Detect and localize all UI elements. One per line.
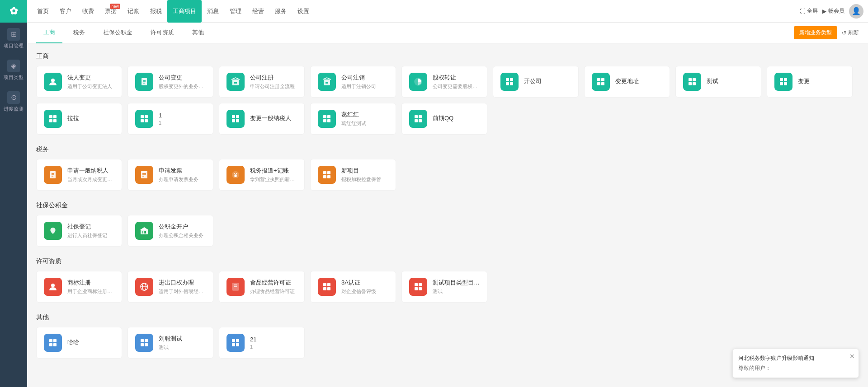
service-card-sw4[interactable]: 新项目报税加税控盘保管 [310, 159, 396, 191]
nav-invoice[interactable]: 票据 new [99, 0, 122, 23]
service-card-xk2[interactable]: 进出口权办理适用于对外贸易经营者 [127, 271, 213, 303]
service-card-gs4[interactable]: 公司注销适用于注销公司 [310, 66, 396, 98]
fullscreen-btn[interactable]: ⛶ 全屏 [800, 7, 818, 15]
tab-shuiwu[interactable]: 税务 [66, 23, 92, 43]
service-card-gs2[interactable]: 公司变更股权变更外的业务变更 [127, 66, 213, 98]
card-title-sw2: 申请发票 [159, 167, 206, 175]
service-card-xk4[interactable]: 3A认证对企业信誉评级 [310, 271, 396, 303]
service-card-xk3[interactable]: 食品经营许可证办理食品经营许可证 [219, 271, 305, 303]
service-card-sw3[interactable]: ¥税务报道+记账拿到营业执照的新公司 [219, 159, 305, 191]
tab-other[interactable]: 其他 [185, 23, 211, 43]
svg-rect-80 [419, 287, 422, 290]
svg-rect-15 [510, 82, 513, 85]
card-text-ot2: 刘聪测试测试 [159, 335, 206, 351]
card-title-gs2: 公司变更 [159, 74, 206, 82]
card-text-gs6: 开公司 [524, 77, 571, 87]
card-desc-gs1: 适用于公司变更法人 [67, 83, 114, 90]
service-card-ot2[interactable]: 刘聪测试测试 [127, 327, 213, 359]
section-title-xuke-section: 许可资质 [36, 257, 859, 266]
nav-billing[interactable]: 收费 [77, 0, 99, 23]
notification-body: 尊敬的用户： [738, 364, 853, 372]
card-desc-xk1: 用于企业商标注册服务 [67, 288, 114, 295]
svg-text:¥: ¥ [234, 172, 237, 178]
card-title-ot3: 21 [250, 336, 297, 343]
tab-shebao[interactable]: 社保公积金 [96, 23, 140, 43]
svg-rect-84 [53, 343, 57, 346]
card-text-gs8: 测试 [707, 77, 754, 87]
svg-rect-87 [141, 343, 144, 346]
nav-operation[interactable]: 经营 [247, 0, 269, 23]
svg-rect-22 [689, 82, 692, 85]
service-card-ot1[interactable]: 哈哈 [36, 327, 122, 359]
card-desc-sw2: 办理申请发票业务 [159, 176, 206, 183]
service-card-xk1[interactable]: 商标注册用于企业商标注册服务 [36, 271, 122, 303]
refresh-label: 刷新 [848, 29, 859, 37]
svg-rect-33 [145, 115, 148, 118]
card-text-sw1: 申请一般纳税人当月或次月成变更完成 [67, 167, 114, 183]
service-card-gs6[interactable]: 开公司 [493, 66, 579, 98]
service-card-gs7[interactable]: 变更地址 [584, 66, 670, 98]
tab-xuke[interactable]: 许可资质 [143, 23, 181, 43]
fullscreen-icon: ⛶ [800, 8, 805, 14]
nav-settings[interactable]: 设置 [292, 0, 315, 23]
new-type-button[interactable]: 新增业务类型 [794, 26, 837, 39]
card-title-gs11: 1 [159, 112, 206, 119]
card-title-gs1: 法人变更 [67, 74, 114, 82]
svg-point-66 [51, 284, 55, 287]
service-card-gs12[interactable]: 变更一般纳税人 [219, 103, 305, 135]
svg-rect-20 [689, 78, 692, 81]
nav-home[interactable]: 首页 [32, 0, 54, 23]
svg-rect-86 [145, 339, 148, 342]
nav-service[interactable]: 服务 [269, 0, 292, 23]
service-card-xk5[interactable]: 测试项目类型目定义测试 [401, 271, 487, 303]
service-card-gs14[interactable]: 前期QQ [401, 103, 487, 135]
card-title-gs7: 变更地址 [615, 77, 662, 85]
service-card-sw2[interactable]: 申请发票办理申请发票业务 [127, 159, 213, 191]
invoice-badge: new [110, 4, 120, 9]
vip-label: 畅会员 [828, 7, 844, 15]
scroll-content: 工商法人变更适用于公司变更法人公司变更股权变更外的业务变更公司注册申请公司注册全… [27, 43, 868, 387]
nav-message[interactable]: 消息 [202, 0, 224, 23]
refresh-button[interactable]: ↺ 刷新 [842, 29, 859, 37]
nav-customer[interactable]: 客户 [54, 0, 77, 23]
notification-close-btn[interactable]: ✕ [849, 353, 855, 360]
service-card-ot3[interactable]: 211 [219, 327, 305, 359]
vip-btn[interactable]: ▶ 畅会员 [822, 7, 844, 15]
card-text-gs5: 股权转让公司变更需要股权转让 [433, 74, 480, 90]
nav-management[interactable]: 管理 [224, 0, 247, 23]
service-card-gs9[interactable]: 变更 [767, 66, 853, 98]
service-card-gs3[interactable]: 公司注册申请公司注册全流程 [219, 66, 305, 98]
topnav: 首页 客户 收费 票据 new 记账 报税 工商项目 消息 管理 经营 服务 设… [27, 0, 868, 23]
svg-rect-32 [141, 115, 144, 118]
card-text-ot1: 哈哈 [67, 338, 114, 348]
sidebar-label-project-mgmt: 项目管理 [4, 42, 24, 49]
service-card-gs11[interactable]: 11 [127, 103, 213, 135]
svg-rect-41 [327, 115, 330, 118]
service-card-gs10[interactable]: 拉拉 [36, 103, 122, 135]
tab-gongshang[interactable]: 工商 [36, 23, 62, 43]
sidebar-item-project-type[interactable]: ◈ 项目类型 [0, 54, 27, 86]
project-type-icon: ◈ [7, 60, 20, 72]
nav-accounting[interactable]: 记账 [122, 0, 145, 23]
sidebar-item-project-mgmt[interactable]: ⊞ 项目管理 [0, 23, 27, 54]
card-icon-gs8 [683, 73, 701, 91]
svg-rect-44 [415, 115, 418, 118]
svg-rect-42 [323, 119, 326, 122]
svg-rect-45 [419, 115, 422, 118]
nav-tax[interactable]: 报税 [145, 0, 167, 23]
service-card-sw1[interactable]: 申请一般纳税人当月或次月成变更完成 [36, 159, 122, 191]
service-card-gs5[interactable]: 股权转让公司变更需要股权转让 [401, 66, 487, 98]
svg-rect-74 [327, 283, 330, 286]
card-title-ot1: 哈哈 [67, 338, 114, 346]
service-card-sb1[interactable]: 社保登记进行人员社保登记 [36, 215, 122, 247]
card-text-gs1: 法人变更适用于公司变更法人 [67, 74, 114, 90]
nav-bizproject[interactable]: 工商项目 [167, 0, 202, 23]
service-card-sb2[interactable]: 公积金开户办理公积金相关业务 [127, 215, 213, 247]
svg-rect-36 [232, 115, 235, 118]
service-card-gs8[interactable]: 测试 [675, 66, 761, 98]
sidebar-item-progress-monitor[interactable]: ⊙ 进度监测 [0, 86, 27, 117]
user-avatar[interactable]: 👤 [849, 4, 863, 19]
card-icon-ot1 [44, 334, 62, 352]
service-card-gs13[interactable]: 葛红红葛红红测试 [310, 103, 396, 135]
service-card-gs1[interactable]: 法人变更适用于公司变更法人 [36, 66, 122, 98]
